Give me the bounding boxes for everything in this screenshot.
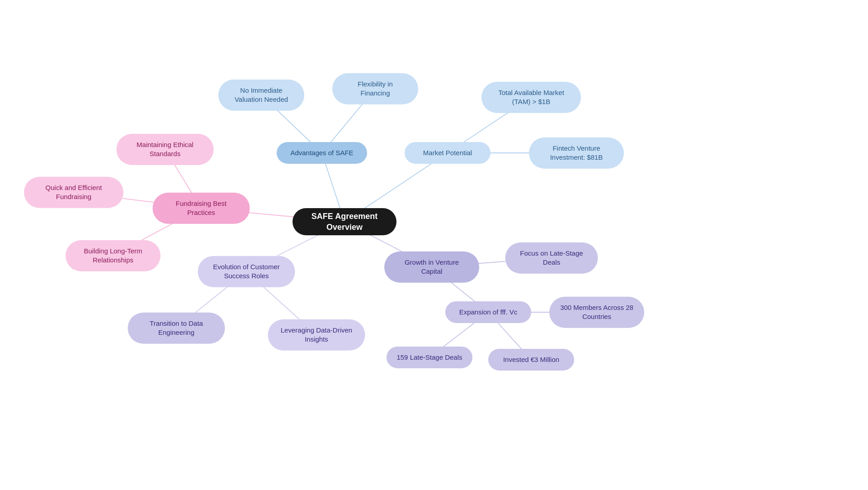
node-advantages-safe[interactable]: Advantages of SAFE — [277, 142, 367, 164]
node-quick-efficient[interactable]: Quick and Efficient Fundraising — [24, 177, 123, 208]
node-maintaining-ethical[interactable]: Maintaining Ethical Standards — [117, 134, 214, 165]
node-300-members[interactable]: 300 Members Across 28 Countries — [549, 297, 644, 328]
node-market-potential[interactable]: Market Potential — [405, 142, 491, 164]
node-flexibility[interactable]: Flexibility in Financing — [332, 73, 418, 105]
node-center[interactable]: SAFE Agreement Overview — [292, 208, 396, 235]
node-evolution-cs[interactable]: Evolution of Customer Success Roles — [198, 256, 295, 287]
node-invested-3m[interactable]: Invested €3 Million — [488, 349, 574, 371]
node-leveraging-data[interactable]: Leveraging Data-Driven Insights — [268, 319, 365, 351]
node-fintech[interactable]: Fintech Venture Investment: $81B — [529, 138, 624, 169]
node-building-long[interactable]: Building Long-Term Relationships — [66, 240, 160, 271]
mind-map-container: SAFE Agreement OverviewAdvantages of SAF… — [0, 0, 868, 490]
node-fundraising-best[interactable]: Fundraising Best Practices — [153, 193, 250, 224]
node-no-valuation[interactable]: No Immediate Valuation Needed — [218, 80, 304, 111]
node-expansion-fff[interactable]: Expansion of fff. Vc — [445, 301, 531, 323]
node-tam[interactable]: Total Available Market (TAM) > $1B — [481, 82, 581, 113]
node-growth-vc[interactable]: Growth in Venture Capital — [384, 252, 479, 283]
node-transition-data[interactable]: Transition to Data Engineering — [128, 313, 225, 344]
node-159-deals[interactable]: 159 Late-Stage Deals — [387, 347, 472, 368]
node-focus-late[interactable]: Focus on Late-Stage Deals — [505, 243, 598, 274]
